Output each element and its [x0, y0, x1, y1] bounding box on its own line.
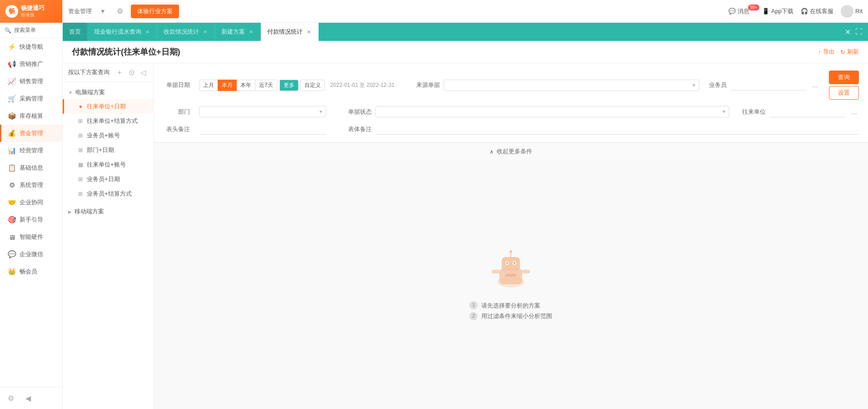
tab-expand-icon[interactable]: ⛶ [855, 28, 863, 36]
desktop-scheme-group: ▼ 电脑端方案 ● 往来单位+日期 ⊞ 往来单位+结算方式 ⊞ 业务员+账号 ⊞ [63, 82, 153, 205]
desktop-scheme-group-header[interactable]: ▼ 电脑端方案 [63, 86, 153, 99]
export-label: 导出 [823, 48, 835, 56]
filter-collapse-btn[interactable]: ∧ 收起更多条件 [154, 142, 868, 160]
breadcrumb: 资金管理 [68, 7, 92, 15]
online-service-icon: 🎧 [801, 8, 808, 15]
filter-query-btn[interactable]: 查询 [829, 71, 859, 84]
quick-nav-icon: ⚡ [8, 43, 16, 51]
svg-point-5 [506, 262, 508, 264]
svg-point-8 [509, 250, 512, 253]
trial-btn[interactable]: 体验行业方案 [131, 5, 179, 18]
filter-counterpart-input[interactable] [769, 106, 846, 117]
sidebar-item-label: 采购管理 [20, 95, 43, 103]
scheme-item-icon-staff-date: ⊞ [77, 176, 84, 183]
export-btn[interactable]: ↑ 导出 [818, 48, 835, 56]
step2-num: 2 [469, 312, 478, 320]
filter-date-last-month[interactable]: 上月 [199, 80, 218, 91]
robot-svg [484, 248, 538, 293]
tab-payment-stats-close[interactable]: ✕ [305, 29, 312, 35]
filter-header-note-input[interactable] [199, 124, 326, 135]
refresh-btn[interactable]: ↻ 刷新 [840, 48, 859, 56]
filter-voucher-status-select[interactable]: ▾ [375, 106, 729, 117]
filter-source-select[interactable]: ▾ [444, 80, 699, 91]
topbar-settings-icon[interactable]: ⚙ [114, 5, 126, 18]
user-avatar-area[interactable]: Rit [841, 5, 863, 18]
sidebar-logo-text: 畅捷通巧 [21, 5, 45, 12]
sidebar-settings-btn[interactable]: ⚙ [5, 392, 17, 404]
scheme-item-unit-date[interactable]: ● 往来单位+日期 [63, 99, 153, 114]
filter-staff-label: 业务员 [708, 81, 727, 89]
sidebar-search[interactable]: 🔍 搜索菜单 [0, 23, 62, 38]
filter-voucher-status-label: 单据状态 [344, 108, 372, 116]
filter-counterpart-group: 往来单位 ... [738, 106, 859, 117]
tab-receipt-stats-label: 收款情况统计 [164, 28, 199, 36]
filter-area: 单据日期 上月 本月 本年 近7天 更多 自定义 2022-01-01 至 20… [154, 63, 868, 409]
sidebar-item-finance[interactable]: 💰 资金管理 [0, 125, 62, 142]
sidebar: 畅 畅捷通巧 标准版 🔍 搜索菜单 ⚡ 快捷导航 📢 营销推广 📈 销售管理 🛒… [0, 0, 63, 409]
scheme-item-staff-date[interactable]: ⊞ 业务员+日期 [63, 172, 153, 187]
filter-dept-select[interactable]: ▾ [199, 106, 326, 117]
empty-robot-illustration [484, 248, 538, 295]
sidebar-item-collab[interactable]: 🤝 企业协同 [0, 194, 62, 211]
mobile-scheme-group[interactable]: ▶ 移动端方案 [63, 205, 153, 218]
scheme-item-unit-account[interactable]: ▦ 往来单位+账号 [63, 157, 153, 172]
topbar-dropdown-icon[interactable]: ▾ [96, 5, 109, 18]
sidebar-item-sales[interactable]: 📈 销售管理 [0, 73, 62, 90]
online-service-btn[interactable]: 🎧 在线客服 [801, 7, 833, 15]
sidebar-item-hardware[interactable]: 🖥 智能硬件 [0, 228, 62, 246]
filter-voucher-arrow-icon: ▾ [723, 109, 725, 115]
filter-date-more-btn[interactable]: 更多 [279, 80, 299, 91]
scheme-item-icon-unit-settle: ⊞ [77, 117, 84, 125]
sidebar-item-quick-nav[interactable]: ⚡ 快捷导航 [0, 38, 62, 56]
svg-rect-10 [522, 270, 530, 273]
filter-settings-btn[interactable]: 设置 [829, 86, 859, 100]
filter-counterpart-ellipsis[interactable]: ... [849, 108, 859, 116]
sidebar-item-label: 畅会员 [20, 268, 37, 276]
tab-bank-flow[interactable]: 现金银行流水查询 ✕ [88, 23, 157, 41]
scheme-item-unit-settle[interactable]: ⊞ 往来单位+结算方式 [63, 114, 153, 128]
sidebar-item-basic[interactable]: 📋 基础信息 [0, 159, 62, 177]
sidebar-item-inventory[interactable]: 📦 库存核算 [0, 107, 62, 125]
scheme-collapse-icon[interactable]: ◁ [139, 68, 148, 77]
filter-date-this-year[interactable]: 本年 [236, 80, 255, 91]
filter-staff-ellipsis[interactable]: ... [810, 81, 820, 89]
sidebar-item-marketing[interactable]: 📢 营销推广 [0, 56, 62, 73]
tab-receipt-stats-close[interactable]: ✕ [202, 29, 208, 35]
sidebar-item-purchase[interactable]: 🛒 采购管理 [0, 90, 62, 107]
scheme-settings-icon[interactable]: ⊙ [127, 68, 136, 77]
scheme-item-staff-settle[interactable]: ⊞ 业务员+结算方式 [63, 187, 153, 201]
sidebar-item-label: 经营管理 [20, 146, 43, 155]
scheme-item-staff-account[interactable]: ⊞ 业务员+账号 [63, 128, 153, 143]
tab-receipt-stats[interactable]: 收款情况统计 ✕ [157, 23, 215, 41]
notification-btn[interactable]: 💬 消息 99+ [728, 7, 755, 15]
tab-new-scheme[interactable]: 新建方案 ✕ [215, 23, 261, 41]
filter-date-this-month[interactable]: 本月 [218, 80, 237, 91]
filter-body-note-group: 表体备注 [335, 124, 859, 135]
sidebar-item-system[interactable]: ⚙ 系统管理 [0, 177, 62, 194]
filter-body-note-input[interactable] [375, 124, 859, 135]
sidebar-item-member[interactable]: 👑 畅会员 [0, 263, 62, 280]
filter-date-last-7[interactable]: 近7天 [255, 80, 277, 91]
tab-payment-stats[interactable]: 付款情况统计 ✕ [261, 23, 319, 41]
empty-step-2: 2 用过滤条件来缩小分析范围 [469, 311, 552, 321]
filter-row-3: 表头备注 表体备注 [163, 124, 859, 135]
scheme-item-dept-date[interactable]: ⊞ 部门+日期 [63, 143, 153, 157]
tab-bank-flow-close[interactable]: ✕ [144, 29, 150, 35]
sidebar-collapse-btn[interactable]: ◀ [22, 392, 35, 404]
filter-staff-input[interactable] [730, 80, 807, 91]
sidebar-item-wechat[interactable]: 💬 企业微信 [0, 246, 62, 263]
scheme-item-label-unit-settle: 往来单位+结算方式 [87, 117, 138, 125]
scheme-add-icon[interactable]: ＋ [115, 68, 124, 77]
tab-home[interactable]: 首页 [63, 23, 88, 41]
sidebar-item-operation[interactable]: 📊 经营管理 [0, 142, 62, 159]
sidebar-item-guide[interactable]: 🎯 新手引导 [0, 211, 62, 228]
tab-new-scheme-close[interactable]: ✕ [248, 29, 254, 35]
tab-close-all-icon[interactable]: ✕ [845, 28, 851, 36]
scheme-panel-header: 按以下方案查询 ＋ ⊙ ◁ [63, 63, 153, 82]
filter-counterpart-label: 往来单位 [738, 108, 766, 116]
sidebar-item-label: 基础信息 [20, 164, 43, 172]
filter-date-custom-btn[interactable]: 自定义 [300, 80, 325, 91]
basic-icon: 📋 [8, 164, 16, 172]
app-download-btn[interactable]: 📱 App下载 [762, 7, 793, 15]
refresh-icon: ↻ [840, 49, 845, 56]
